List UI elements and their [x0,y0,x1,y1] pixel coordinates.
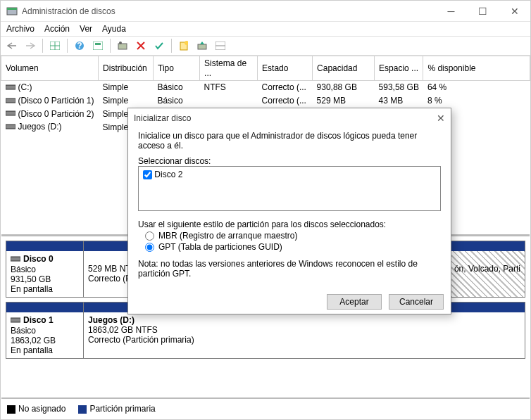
disk-0-label: Disco 0 Básico 931,50 GB En pantalla [6,241,84,297]
menu-file[interactable]: Archivo [6,24,35,34]
col-status[interactable]: Estado [258,56,313,81]
disk-select-list[interactable]: Disco 2 [138,166,441,211]
menu-help[interactable]: Ayuda [102,24,126,34]
view-icon[interactable] [46,38,63,53]
legend-primary: Partición primaria [78,404,155,414]
forward-button[interactable] [22,38,39,53]
menubar: Archivo Acción Ver Ayuda [1,22,530,36]
mount-icon[interactable] [194,38,211,53]
svg-rect-20 [11,257,20,261]
col-pct[interactable]: % disponible [423,56,530,81]
svg-rect-1 [7,8,17,10]
svg-rect-9 [118,44,127,49]
col-capacity[interactable]: Capacidad [313,56,375,81]
svg-rect-17 [6,98,15,103]
disk-2-check-input[interactable] [143,170,152,179]
cancel-button[interactable]: Cancelar [389,294,444,310]
toolbar: ? [1,36,530,56]
new-icon[interactable] [175,38,192,53]
dialog-note: Nota: no todas las versiones anteriores … [138,259,441,279]
ok-button[interactable]: Aceptar [327,294,382,310]
svg-rect-13 [198,44,206,49]
disk-2-checkbox[interactable]: Disco 2 [143,170,182,179]
window-titlebar: Administración de discos ─ ☐ ✕ [1,1,530,22]
back-button[interactable] [4,38,20,53]
window-title: Administración de discos [22,6,435,16]
refresh-icon[interactable] [89,38,106,53]
svg-rect-8 [95,43,101,45]
table-row[interactable]: (Disco 0 Partición 1)SimpleBásicoCorrect… [1,94,530,108]
mbr-radio[interactable] [145,231,154,241]
close-button[interactable]: ✕ [499,1,530,22]
help-icon[interactable]: ? [71,38,88,53]
layout-icon[interactable] [212,38,229,53]
partition-style-label: Usar el siguiente estilo de partición pa… [138,219,441,229]
col-volume[interactable]: Volumen [1,56,99,81]
svg-rect-18 [6,111,15,115]
svg-rect-7 [93,42,103,50]
col-layout[interactable]: Distribución [99,56,154,81]
gpt-radio-row[interactable]: GPT (Tabla de particiones GUID) [145,242,441,252]
legend: No asignado Partición primaria [1,397,530,419]
app-icon [6,6,18,17]
table-row[interactable]: (C:)SimpleBásicoNTFSCorrecto (...930,88 … [1,81,530,94]
legend-unallocated: No asignado [7,404,65,414]
initialize-disk-dialog: Inicializar disco ✕ Inicialice un disco … [127,108,451,314]
delete-icon[interactable] [132,38,149,53]
properties-icon[interactable] [114,38,131,53]
select-disks-label: Seleccionar discos: [138,156,441,166]
mbr-radio-row[interactable]: MBR (Registro de arranque maestro) [145,231,441,241]
svg-rect-19 [6,125,15,129]
dialog-close-icon[interactable]: ✕ [437,113,445,124]
maximize-button[interactable]: ☐ [467,1,499,22]
svg-text:?: ? [77,41,82,51]
check-icon[interactable] [151,38,168,53]
dialog-intro: Inicialice un disco para que el Administ… [138,131,441,151]
col-free[interactable]: Espacio ... [375,56,423,81]
minimize-button[interactable]: ─ [435,1,467,22]
gpt-radio[interactable] [145,243,154,252]
dialog-title: Inicializar disco [134,113,191,123]
menu-action[interactable]: Acción [44,24,70,34]
svg-rect-21 [11,318,20,322]
svg-point-10 [119,42,122,44]
menu-view[interactable]: Ver [80,24,92,34]
col-type[interactable]: Tipo [154,56,200,81]
svg-rect-16 [6,85,15,89]
disk-1-label: Disco 1 Básico 1863,02 GB En pantalla [6,303,84,358]
col-fs[interactable]: Sistema de ... [200,56,258,81]
